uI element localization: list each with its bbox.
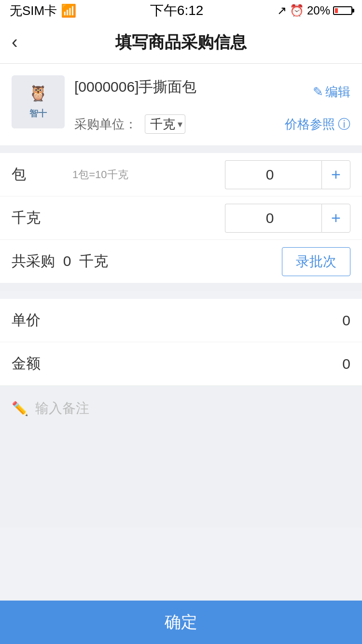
content-spacer	[0, 431, 362, 528]
info-section: 单价 0 金额 0	[0, 299, 362, 386]
qty-label-bag: 包	[12, 165, 70, 184]
battery-indicator	[333, 6, 352, 15]
wifi-icon: 📶	[61, 3, 76, 18]
total-prefix: 共采购	[12, 253, 55, 269]
price-row: 单价 0	[0, 299, 362, 342]
status-left: 无SIM卡 📶	[10, 2, 76, 19]
qty-plus-kg[interactable]: +	[321, 204, 350, 233]
unit-select[interactable]: 千克 包	[145, 114, 185, 134]
total-row: 共采购 0 千克 录批次	[0, 240, 362, 283]
note-section[interactable]: ✏️ 输入备注	[0, 386, 362, 431]
total-amount: 0	[63, 253, 71, 269]
qty-input-kg[interactable]	[225, 204, 321, 233]
input-section: 包 1包=10千克 + 千克 +	[0, 153, 362, 240]
status-right: ↗ ⏰ 20%	[277, 4, 352, 17]
status-bar: 无SIM卡 📶 下午6:12 ↗ ⏰ 20%	[0, 0, 362, 21]
product-card: 🦉智十 [0000006]手撕面包 ✎ 编辑 采购单位： 千克 包 价格参照 ⓘ	[0, 64, 362, 145]
qty-input-bag[interactable]	[225, 160, 321, 189]
info-icon: ⓘ	[338, 116, 350, 133]
nav-bar: ‹ 填写商品采购信息	[0, 21, 362, 64]
product-card-top: [0000006]手撕面包 ✎ 编辑	[74, 77, 350, 107]
qty-input-right-bag: +	[225, 160, 350, 189]
price-ref-button[interactable]: 价格参照 ⓘ	[285, 116, 350, 133]
unit-select-wrapper[interactable]: 千克 包	[145, 114, 185, 134]
location-icon: ↗	[277, 4, 287, 17]
qty-input-right-kg: +	[225, 204, 350, 233]
batch-button[interactable]: 录批次	[282, 247, 350, 276]
battery-percent: 20%	[307, 4, 330, 17]
status-time: 下午6:12	[150, 1, 204, 20]
back-button[interactable]: ‹	[12, 32, 18, 53]
product-unit-row: 采购单位： 千克 包 价格参照 ⓘ	[74, 114, 350, 134]
total-unit: 千克	[79, 253, 108, 269]
qty-label-kg: 千克	[12, 208, 70, 228]
qty-plus-bag[interactable]: +	[321, 160, 350, 189]
amount-label: 金额	[12, 354, 41, 374]
quantity-row-bag: 包 1包=10千克 +	[0, 153, 362, 196]
divider-1	[0, 145, 362, 153]
carrier-label: 无SIM卡	[10, 2, 57, 19]
quantity-row-kg: 千克 +	[0, 196, 362, 240]
confirm-label: 确定	[165, 611, 197, 633]
confirm-button[interactable]: 确定	[0, 601, 362, 644]
alarm-icon: ⏰	[290, 4, 304, 17]
product-name: [0000006]手撕面包	[74, 77, 196, 97]
product-info: [0000006]手撕面包 ✎ 编辑 采购单位： 千克 包 价格参照 ⓘ	[74, 75, 350, 134]
edit-button[interactable]: ✎ 编辑	[313, 84, 350, 100]
edit-icon: ✎	[313, 84, 323, 99]
amount-value: 0	[342, 356, 350, 372]
divider-2	[0, 283, 362, 291]
qty-sublabel-bag: 1包=10千克	[72, 168, 128, 182]
edit-label: 编辑	[325, 84, 350, 100]
battery-fill	[335, 8, 338, 13]
unit-prefix: 采购单位：	[74, 116, 137, 133]
total-label: 共采购 0 千克	[12, 252, 108, 271]
price-value: 0	[342, 312, 350, 329]
price-label: 单价	[12, 310, 41, 330]
page-title: 填写商品采购信息	[115, 31, 247, 54]
pencil-icon: ✏️	[12, 401, 28, 417]
owl-text: 智十	[29, 109, 47, 118]
note-placeholder: 输入备注	[35, 399, 89, 418]
price-ref-label: 价格参照	[285, 116, 335, 133]
owl-logo: 🦉智十	[28, 84, 48, 120]
product-image: 🦉智十	[12, 75, 65, 128]
amount-row: 金额 0	[0, 342, 362, 386]
